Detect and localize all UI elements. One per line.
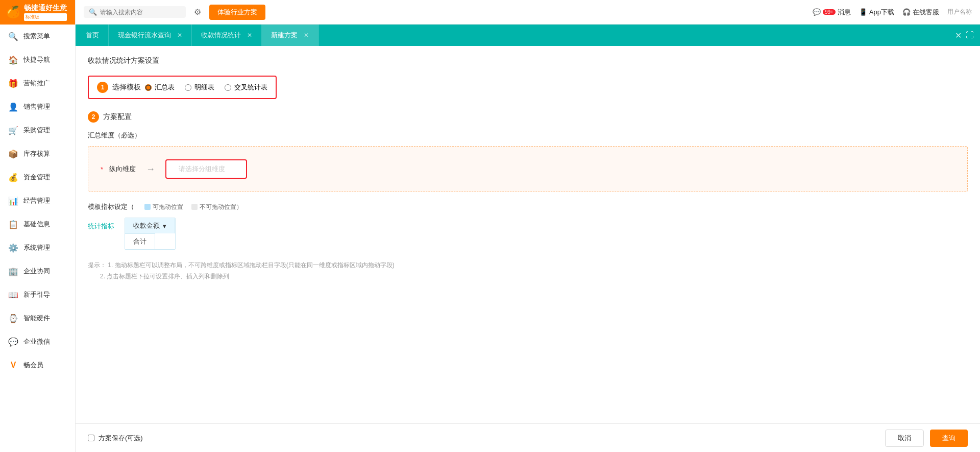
sidebar-item-quick-nav[interactable]: 🏠 快捷导航 — [0, 48, 75, 72]
stats-header-col1[interactable]: 收款金额 ▾ — [125, 218, 175, 233]
dimension-section: 汇总维度（必选） * 纵向维度 → 请选择分组维度 — [88, 131, 968, 192]
stats-col1-dropdown-icon[interactable]: ▾ — [163, 222, 166, 230]
home-icon: 🏠 — [8, 55, 18, 65]
tab-bank-flow[interactable]: 现金银行流水查询 ✕ — [109, 25, 192, 46]
system-icon: ⚙️ — [8, 243, 18, 253]
legend-fixed-label: 不可拖动位置） — [200, 203, 242, 211]
tab-bank-flow-close[interactable]: ✕ — [177, 32, 182, 39]
legend-draggable: 可拖动位置 — [144, 203, 183, 211]
sidebar-item-system[interactable]: ⚙️ 系统管理 — [0, 236, 75, 259]
online-service-item[interactable]: 🎧 在线客服 — [902, 8, 939, 17]
logo-icon: 🍊 — [6, 6, 20, 19]
radio-detail-input[interactable] — [185, 84, 191, 91]
sales-icon: 👤 — [8, 102, 18, 112]
legend-fixed: 不可拖动位置） — [191, 203, 242, 211]
radio-summary[interactable]: 汇总表 — [145, 83, 175, 92]
gift-icon: 🎁 — [8, 79, 18, 88]
step2-header: 2 方案配置 — [88, 111, 968, 123]
radio-summary-input[interactable] — [145, 84, 152, 91]
sidebar-item-basic-info[interactable]: 📋 基础信息 — [0, 212, 75, 236]
tab-collection-stats-label: 收款情况统计 — [201, 31, 241, 40]
dimension-arrow-icon: → — [146, 164, 155, 175]
download-icon: 📱 — [859, 8, 867, 16]
sidebar-item-hardware[interactable]: ⌚ 智能硬件 — [0, 306, 75, 330]
sidebar-item-label-sales: 销售管理 — [23, 102, 50, 111]
guide-icon: 📖 — [8, 290, 18, 300]
sidebar-item-label-basic: 基础信息 — [23, 220, 50, 229]
search-input[interactable] — [100, 9, 172, 16]
sidebar-item-collab[interactable]: 🏢 企业协同 — [0, 259, 75, 283]
sidebar-item-guide[interactable]: 📖 新手引导 — [0, 283, 75, 306]
sidebar-item-member[interactable]: V 畅会员 — [0, 353, 75, 377]
tab-collection-stats-close[interactable]: ✕ — [247, 32, 252, 39]
radio-summary-label: 汇总表 — [155, 83, 175, 92]
tab-new-plan[interactable]: 新建方案 ✕ — [262, 25, 318, 46]
purchase-icon: 🛒 — [8, 126, 18, 135]
sidebar-item-label-member: 畅会员 — [23, 361, 43, 370]
logo-name: 畅捷通好生意 — [24, 4, 67, 12]
tab-new-plan-close[interactable]: ✕ — [304, 32, 309, 39]
radio-detail[interactable]: 明细表 — [185, 83, 214, 92]
search-menu-icon: 🔍 — [8, 32, 18, 41]
sidebar-item-label-search: 搜索菜单 — [23, 32, 50, 41]
sidebar-item-purchase[interactable]: 🛒 采购管理 — [0, 118, 75, 142]
dimension-row: * 纵向维度 → 请选择分组维度 — [101, 159, 247, 179]
sidebar-item-marketing[interactable]: 🎁 营销推广 — [0, 72, 75, 95]
sidebar-item-operations[interactable]: 📊 经营管理 — [0, 189, 75, 212]
tab-bar: 首页 现金银行流水查询 ✕ 收款情况统计 ✕ 新建方案 ✕ ✕ ⛶ — [76, 25, 980, 46]
tab-collection-stats[interactable]: 收款情况统计 ✕ — [192, 25, 262, 46]
fullscreen-icon[interactable]: ⛶ — [966, 31, 974, 40]
wechat-icon: 💬 — [8, 337, 18, 347]
sidebar-item-wechat[interactable]: 💬 企业微信 — [0, 330, 75, 353]
close-window-icon[interactable]: ✕ — [955, 31, 962, 40]
stats-header-row: 收款金额 ▾ — [125, 218, 175, 233]
content-area: 收款情况统计方案设置 1 选择模板 汇总表 — [76, 46, 980, 423]
dimension-required-star: * — [101, 165, 103, 173]
save-checkbox[interactable] — [88, 435, 94, 441]
query-button[interactable]: 查询 — [930, 430, 968, 447]
tabs-right-controls: ✕ ⛶ — [949, 25, 980, 46]
stats-label: 统计指标 — [88, 218, 118, 235]
sidebar-item-label-inventory: 库存核算 — [23, 149, 50, 158]
sidebar-item-label-marketing: 营销推广 — [23, 79, 50, 88]
tab-new-plan-label: 新建方案 — [271, 31, 298, 40]
save-option[interactable]: 方案保存(可选) — [88, 434, 143, 443]
radio-cross[interactable]: 交叉统计表 — [225, 83, 267, 92]
settings-icon[interactable]: ⚙ — [194, 7, 201, 17]
stats-container: 统计指标 收款金额 ▾ 合计 — [88, 218, 968, 250]
tips-section: 提示： 1. 拖动标题栏可以调整布局，不可跨维度或指标区域拖动栏目字段(只能在同… — [88, 260, 968, 282]
sidebar-item-label-system: 系统管理 — [23, 243, 50, 252]
notification-item[interactable]: 💬 99+ 消息 — [813, 8, 851, 17]
step1-title: 选择模板 — [112, 83, 141, 92]
step2-title: 方案配置 — [103, 112, 132, 122]
sidebar-item-label-purchase: 采购管理 — [23, 126, 50, 135]
stats-table: 收款金额 ▾ 合计 — [125, 218, 176, 250]
tab-bank-flow-label: 现金银行流水查询 — [118, 31, 171, 40]
app-download-item[interactable]: 📱 App下载 — [859, 8, 894, 17]
legend-draggable-label: 可拖动位置 — [153, 203, 183, 211]
tab-home[interactable]: 首页 — [76, 25, 109, 46]
step2-circle: 2 — [88, 111, 99, 123]
sidebar-item-label-finance: 资金管理 — [23, 173, 50, 182]
finance-icon: 💰 — [8, 173, 18, 182]
notification-icon: 💬 — [813, 8, 821, 16]
dimension-placeholder: 请选择分组维度 — [179, 165, 225, 173]
dimension-select-box[interactable]: 请选择分组维度 — [165, 159, 247, 179]
sidebar-item-sales[interactable]: 👤 销售管理 — [0, 95, 75, 118]
notification-label: 消息 — [838, 8, 851, 17]
search-box[interactable]: 🔍 — [84, 6, 186, 18]
sidebar-item-label-nav: 快捷导航 — [23, 55, 50, 64]
fixed-dot — [191, 204, 198, 210]
draggable-dot — [144, 204, 151, 210]
sidebar-item-finance[interactable]: 💰 资金管理 — [0, 165, 75, 189]
logo-badge: 标准版 — [24, 13, 67, 21]
radio-cross-input[interactable] — [225, 84, 231, 91]
hardware-icon: ⌚ — [8, 314, 18, 323]
metrics-title: 模板指标设定（ — [88, 202, 134, 211]
sidebar-item-search-menu[interactable]: 🔍 搜索菜单 — [0, 25, 75, 48]
sidebar: 🍊 畅捷通好生意 标准版 🔍 搜索菜单 🏠 快捷导航 🎁 营销推广 👤 销售管理… — [0, 0, 76, 452]
tip1: 提示： 1. 拖动标题栏可以调整布局，不可跨维度或指标区域拖动栏目字段(只能在同… — [88, 260, 968, 271]
sidebar-item-inventory[interactable]: 📦 库存核算 — [0, 142, 75, 165]
cancel-button[interactable]: 取消 — [885, 430, 924, 447]
industry-solution-button[interactable]: 体验行业方案 — [209, 5, 265, 20]
